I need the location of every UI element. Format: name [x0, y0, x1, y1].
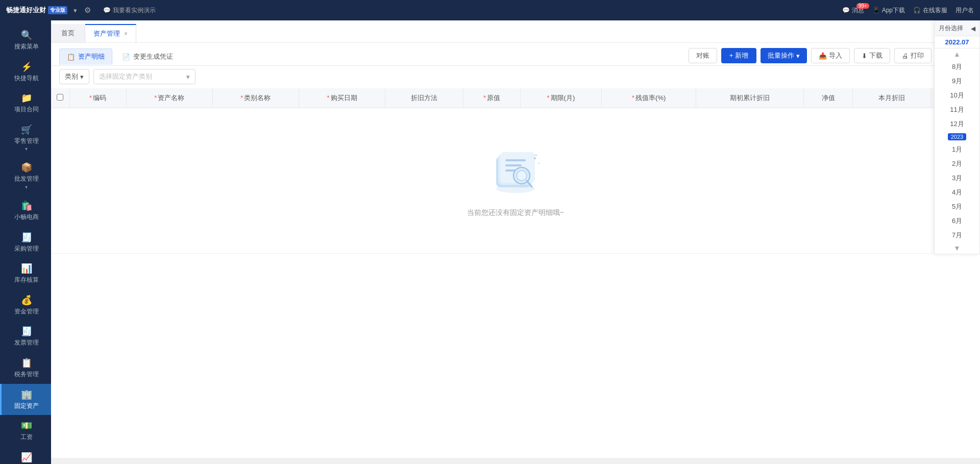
sub-tab-generate-voucher[interactable]: 📄 变更生成凭证 — [114, 48, 181, 65]
sidebar-item-ecommerce[interactable]: 🛍️ 小畅电商 — [0, 195, 51, 227]
tab-asset-management[interactable]: 资产管理 × — [85, 24, 136, 42]
app-download-link[interactable]: 📱 App下载 — [872, 6, 905, 15]
select-all-checkbox[interactable] — [57, 94, 63, 101]
sidebar-item-finance[interactable]: 💰 资金管理 — [0, 289, 51, 321]
download-label: App下载 — [882, 6, 905, 15]
bottom-scrollbar[interactable] — [51, 458, 980, 464]
retail-arrow-icon: ▾ — [25, 146, 28, 152]
sidebar-item-quicknav[interactable]: ⚡ 快捷导航 — [0, 56, 51, 88]
tab-close-icon[interactable]: × — [124, 30, 128, 37]
sidebar-item-fixedasset[interactable]: 🏢 固定资产 — [0, 384, 51, 416]
category-dropdown-icon: ▾ — [80, 73, 84, 81]
month-item-2023-5[interactable]: 5月 — [935, 200, 979, 214]
sidebar-item-management[interactable]: 📈 经营管理 — [0, 447, 51, 464]
download-button[interactable]: ⬇ 下载 — [854, 48, 890, 63]
month-item-2023-6[interactable]: 6月 — [935, 214, 979, 228]
match-button[interactable]: 对账 — [689, 48, 717, 63]
sidebar-label-tax: 税务管理 — [14, 371, 39, 379]
print-button[interactable]: 🖨 打印 — [894, 48, 932, 63]
month-item-2023-1[interactable]: 1月 — [935, 142, 979, 157]
main-page: 📋 资产明细 📄 变更生成凭证 对账 + 新增 — [51, 43, 980, 464]
inventory-icon: 📊 — [21, 263, 32, 274]
th-residual-rate: 残值率(%) — [602, 88, 696, 108]
filter-bar: 类别 ▾ 选择固定资产类别 ▾ — [51, 66, 980, 88]
add-button[interactable]: + 新增 — [721, 48, 756, 63]
month-nav-down[interactable]: ▼ — [935, 242, 979, 254]
search-icon: 🔍 — [21, 30, 32, 41]
demo-text: 我要看实例演示 — [113, 6, 156, 15]
svg-point-10 — [534, 157, 536, 159]
month-item-2022-8[interactable]: 8月 — [935, 60, 979, 74]
sidebar-label-fixedasset: 固定资产 — [14, 402, 39, 410]
asset-detail-label: 资产明细 — [78, 52, 105, 61]
tab-home[interactable]: 首页 — [51, 24, 85, 42]
match-label: 对账 — [696, 51, 709, 60]
invoice-icon: 🧾 — [21, 326, 32, 337]
sidebar-item-retail[interactable]: 🛒 零售管理 ▾ — [0, 119, 51, 157]
sub-tabs: 📋 资产明细 📄 变更生成凭证 对账 + 新增 — [51, 43, 980, 66]
month-item-2023-2[interactable]: 2月 — [935, 157, 979, 171]
import-button[interactable]: 📥 导入 — [811, 48, 850, 63]
sidebar-label-invoice: 发票管理 — [14, 339, 39, 347]
top-bar: 畅捷通好业财 专业版 ▾ ⚙ 💬 我要看实例演示 💬 消息 99+ 📱 App下… — [0, 0, 980, 20]
month-item-2023-4[interactable]: 4月 — [935, 185, 979, 200]
month-item-2023-7[interactable]: 7月 — [935, 228, 979, 242]
demo-link[interactable]: 💬 我要看实例演示 — [103, 6, 156, 15]
month-item-2022-11[interactable]: 11月 — [935, 103, 979, 117]
th-code: 编码 — [69, 88, 126, 108]
th-category: 类别名称 — [212, 88, 299, 108]
sidebar-item-invoice[interactable]: 🧾 发票管理 — [0, 321, 51, 352]
top-bar-right: 💬 消息 99+ 📱 App下载 🎧 在线客服 用户名 — [842, 6, 974, 15]
sidebar-item-search[interactable]: 🔍 搜索菜单 — [0, 25, 51, 56]
add-label: + 新增 — [729, 51, 748, 60]
page-container: 📋 资产明细 📄 变更生成凭证 对账 + 新增 — [51, 43, 980, 464]
batch-button[interactable]: 批量操作 ▾ — [761, 48, 807, 63]
generate-voucher-icon: 📄 — [122, 53, 130, 61]
brand-dropdown[interactable]: ▾ — [74, 7, 77, 14]
sidebar-item-tax[interactable]: 📋 税务管理 — [0, 352, 51, 384]
category-input[interactable]: 选择固定资产类别 ▾ — [93, 69, 195, 84]
management-icon: 📈 — [21, 452, 32, 463]
month-item-2022-10[interactable]: 10月 — [935, 88, 979, 103]
category-select[interactable]: 类别 ▾ — [59, 69, 89, 84]
month-item-2023-3[interactable]: 3月 — [935, 171, 979, 185]
finance-icon: 💰 — [21, 295, 32, 306]
content-area: 首页 资产管理 × 📋 资产明细 📄 变更生成凭证 — [51, 20, 980, 464]
empty-state: 当前您还没有固定资产明细哦~ — [55, 113, 976, 248]
category-input-arrow-icon: ▾ — [186, 73, 190, 81]
download-icon: ⬇ — [862, 52, 867, 60]
sidebar-label-wholesale: 批发管理 — [14, 175, 39, 183]
sidebar-label-quicknav: 快捷导航 — [14, 75, 39, 83]
settings-icon[interactable]: ⚙ — [84, 6, 91, 15]
message-button[interactable]: 💬 消息 99+ — [842, 6, 864, 15]
generate-voucher-label: 变更生成凭证 — [133, 52, 173, 61]
sub-tab-asset-detail[interactable]: 📋 资产明细 — [59, 48, 112, 65]
month-current-display: 2022.07 — [935, 43, 979, 48]
asset-detail-icon: 📋 — [67, 53, 75, 61]
main-layout: 🔍 搜索菜单 ⚡ 快捷导航 📁 项目合同 🛒 零售管理 ▾ 📦 批发管理 ▾ 🛍… — [0, 20, 980, 464]
th-period-depreciation: 期初累计折旧 — [696, 88, 804, 108]
online-service-link[interactable]: 🎧 在线客服 — [913, 6, 947, 15]
print-label: 打印 — [911, 51, 924, 60]
sidebar-item-purchase[interactable]: 🧾 采购管理 — [0, 227, 51, 258]
svg-rect-4 — [505, 159, 526, 161]
month-item-2022-9[interactable]: 9月 — [935, 74, 979, 88]
month-item-2022-12[interactable]: 12月 — [935, 117, 979, 131]
year-2023-label: 2023 — [935, 131, 979, 142]
project-icon: 📁 — [21, 92, 32, 104]
sidebar-item-wholesale[interactable]: 📦 批发管理 ▾ — [0, 157, 51, 195]
service-icon: 🎧 — [913, 7, 921, 14]
month-nav-up[interactable]: ▲ — [935, 48, 979, 60]
purchase-icon: 🧾 — [21, 232, 32, 243]
user-name[interactable]: 用户名 — [955, 6, 974, 15]
retail-icon: 🛒 — [21, 124, 32, 135]
sidebar-label-inventory: 库存核算 — [14, 276, 39, 284]
svg-point-11 — [538, 163, 540, 164]
sidebar-item-payroll[interactable]: 💵 工资 — [0, 415, 51, 447]
quicknav-icon: ⚡ — [21, 61, 32, 72]
sidebar-item-project[interactable]: 📁 项目合同 — [0, 87, 51, 119]
month-list: 8月 9月 10月 11月 12月 2023 1月 2月 3月 4月 5月 6月 — [935, 60, 979, 242]
sidebar-item-inventory[interactable]: 📊 库存核算 — [0, 258, 51, 289]
brand-logo: 畅捷通好业财 专业版 — [6, 6, 67, 15]
svg-rect-5 — [505, 164, 522, 166]
